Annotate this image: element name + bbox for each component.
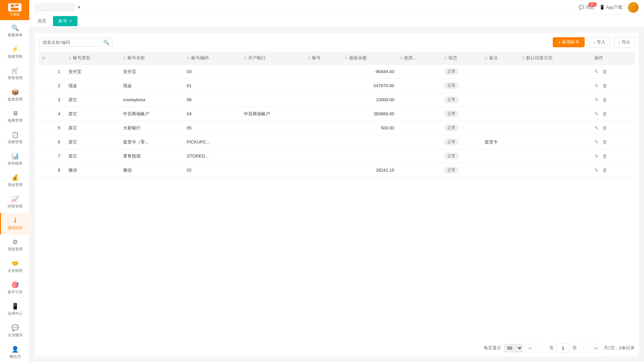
edit-button-2[interactable]: ✎ <box>594 97 599 103</box>
table-row: 6 其它 提货卡（零... PICKUPC... 正常 提货卡 ✎ 🗑 <box>39 135 635 149</box>
edit-button-5[interactable]: ✎ <box>594 139 599 145</box>
delete-button-7[interactable]: 🗑 <box>602 167 607 173</box>
import-icon: ↑ <box>593 40 595 45</box>
search-input[interactable] <box>43 40 101 45</box>
sidebar-item-member[interactable]: 👤 畅会员 <box>0 342 29 362</box>
total-label: 共1页，8条记录 <box>604 345 635 351</box>
edit-button-6[interactable]: ✎ <box>594 153 599 159</box>
col-header-balance[interactable]: ⇅最新余额 <box>342 52 397 65</box>
row-settlement-1 <box>519 79 592 93</box>
edit-button-0[interactable]: ✎ <box>594 69 599 74</box>
row-name-6: 零售抵现 <box>120 149 184 163</box>
svg-rect-0 <box>11 4 14 7</box>
edit-button-3[interactable]: ✎ <box>594 111 599 117</box>
col-header-status[interactable]: ⇅状态 <box>441 52 482 65</box>
row-note-6 <box>482 149 519 163</box>
edit-button-1[interactable]: ✎ <box>594 83 599 88</box>
guide-icon: 🎯 <box>11 281 19 289</box>
sidebar-item-wholesale[interactable]: 📦 批发管理 <box>0 84 29 106</box>
col-header-settlement[interactable]: ⇅默认结算方式 <box>519 52 592 65</box>
col-header-note[interactable]: ⇅备注 <box>482 52 519 65</box>
sidebar-item-ecommerce[interactable]: 🖥 电商管理 <box>0 106 29 127</box>
row-balance-1: 547670.00 <box>342 79 397 93</box>
col-header-usage[interactable]: ⇅使用... <box>397 52 441 65</box>
row-type-2: 其它 <box>66 93 120 107</box>
svg-rect-2 <box>11 8 19 10</box>
tab-account[interactable]: 账号✕ <box>53 16 77 26</box>
row-settlement-3 <box>519 107 592 121</box>
header-search-input[interactable] <box>35 3 75 11</box>
row-balance-6 <box>342 149 397 163</box>
import-button[interactable]: ↑ 导入 <box>589 37 610 48</box>
content-toolbar: 🔍 + 新增账号 ↑ 导入 ↓ 导出 <box>39 37 635 48</box>
delete-button-3[interactable]: 🗑 <box>602 111 607 117</box>
purchase-icon: 📋 <box>11 131 19 138</box>
row-note-3 <box>482 107 519 121</box>
col-header-bank[interactable]: ⇅开户银行 <box>241 52 305 65</box>
row-type-7: 微信 <box>66 163 120 177</box>
col-header-code[interactable]: ⇅账号编码 <box>184 52 241 65</box>
sidebar-item-retail[interactable]: 🛒 零售管理 <box>0 63 29 84</box>
delete-button-1[interactable]: 🗑 <box>602 83 607 88</box>
sidebar-item-wechat[interactable]: 💬 企业微信 <box>0 320 29 342</box>
message-button[interactable]: 💬 消息 99+ <box>579 4 594 10</box>
col-sort-icon-type: ⇅ <box>68 56 71 60</box>
sidebar-item-basic[interactable]: ℹ 基础信息 <box>0 213 29 234</box>
row-usage-3 <box>397 107 441 121</box>
add-account-button[interactable]: + 新增账号 <box>553 37 585 47</box>
sidebar-item-purchase[interactable]: 📋 采购管理 <box>0 127 29 148</box>
page-label: 页 <box>549 345 554 351</box>
sidebar-nav: 🔍 搜索菜单 ⚡ 快捷导航 🛒 零售管理 📦 批发管理 🖥 电商管理 📋 采购管… <box>0 20 29 362</box>
search-icon[interactable]: 🔍 <box>103 40 109 45</box>
sidebar-label-inventory: 库存核算 <box>8 161 22 166</box>
app-download-button[interactable]: 📱 App下载 <box>599 4 623 10</box>
edit-button-4[interactable]: ✎ <box>594 125 599 131</box>
first-page-button[interactable]: ⏮ <box>525 343 535 353</box>
sidebar-item-guide[interactable]: 🎯 新手引导 <box>0 277 29 299</box>
sidebar-item-quick[interactable]: ⚡ 快捷导航 <box>0 42 29 63</box>
avatar[interactable] <box>628 2 639 13</box>
page-number-input[interactable] <box>556 343 570 353</box>
col-header-account[interactable]: ⇅账号 <box>305 52 342 65</box>
tab-close-account[interactable]: ✕ <box>69 19 72 23</box>
basic-icon: ℹ <box>14 217 16 224</box>
col-header-index <box>52 52 66 65</box>
sidebar-label-system: 系统管理 <box>8 247 22 252</box>
sidebar-item-inventory[interactable]: 📊 库存核算 <box>0 148 29 170</box>
settings-icon[interactable]: ⚙ <box>42 56 46 61</box>
col-header-type[interactable]: ⇅账号类型 <box>66 52 120 65</box>
row-index-7: 8 <box>52 163 66 177</box>
col-header-name[interactable]: ⇅账号名称 <box>120 52 184 65</box>
pagination: 每页显示 50 100 ⏮ ‹ 页 页 › ⏭ 共1页，8条记录 <box>39 339 635 353</box>
row-bank-2 <box>241 93 305 107</box>
tab-label-account: 账号 <box>58 18 67 24</box>
tab-home[interactable]: 首页 <box>32 16 52 26</box>
delete-button-4[interactable]: 🗑 <box>602 125 607 131</box>
svg-rect-1 <box>15 4 19 6</box>
header-dropdown[interactable]: ▾ <box>78 5 80 10</box>
delete-button-2[interactable]: 🗑 <box>602 97 607 103</box>
page-size-select[interactable]: 50 100 <box>504 344 523 352</box>
message-icon: 💬 <box>579 5 584 10</box>
export-button[interactable]: ↓ 导出 <box>614 37 635 48</box>
sidebar-item-system[interactable]: ⚙ 系统管理 <box>0 234 29 256</box>
delete-button-5[interactable]: 🗑 <box>602 139 607 145</box>
row-index-4: 5 <box>52 121 66 135</box>
row-status-6: 正常 <box>441 149 482 163</box>
delete-button-0[interactable]: 🗑 <box>602 69 607 74</box>
delete-button-6[interactable]: 🗑 <box>602 153 607 159</box>
prev-page-button[interactable]: ‹ <box>537 343 547 353</box>
edit-button-7[interactable]: ✎ <box>594 167 599 173</box>
last-page-button[interactable]: ⏭ <box>592 343 601 353</box>
col-sort-icon-note: ⇅ <box>485 56 488 60</box>
col-label-type: 账号类型 <box>73 55 90 61</box>
sidebar-item-operation[interactable]: 📈 经营管理 <box>0 191 29 213</box>
col-label-code: 账号编码 <box>191 55 209 61</box>
sidebar-item-search[interactable]: 🔍 搜索菜单 <box>0 20 29 42</box>
sidebar-item-appcenter[interactable]: 📱 应用中心 <box>0 299 29 320</box>
row-balance-3: 383866.00 <box>342 107 397 121</box>
sidebar-item-finance[interactable]: 💰 资金管理 <box>0 170 29 191</box>
sidebar-item-agreement[interactable]: 🤝 企业协同 <box>0 256 29 277</box>
col-sort-icon-code: ⇅ <box>187 56 190 60</box>
next-page-button[interactable]: › <box>580 343 589 353</box>
